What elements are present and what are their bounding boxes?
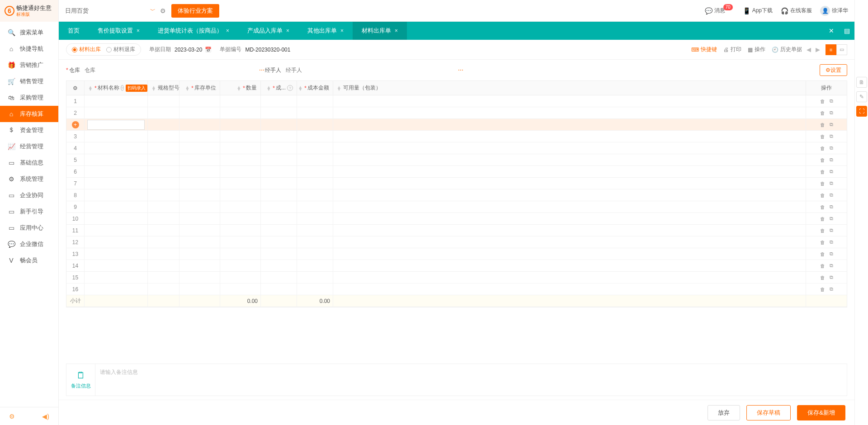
unit-cell[interactable] bbox=[179, 225, 220, 236]
delete-row-icon[interactable]: 🗑 bbox=[820, 169, 825, 175]
tab-2[interactable]: 进货单统计表（按商品）× bbox=[149, 22, 238, 40]
model-cell[interactable] bbox=[148, 260, 179, 271]
unit-cell[interactable] bbox=[179, 95, 220, 107]
close-icon[interactable]: × bbox=[286, 28, 289, 34]
handler-more-icon[interactable]: ⋯ bbox=[458, 67, 464, 73]
doc-date-field[interactable]: 单据日期 2023-03-20 📅 bbox=[149, 46, 212, 53]
copy-row-icon[interactable]: ⧉ bbox=[830, 98, 833, 104]
cost-cell[interactable] bbox=[261, 131, 297, 142]
unit-cell[interactable] bbox=[179, 236, 220, 248]
sidebar-item-4[interactable]: 🛍采购管理 bbox=[0, 90, 58, 106]
copy-row-icon[interactable]: ⧉ bbox=[830, 192, 833, 198]
copy-row-icon[interactable]: ⧉ bbox=[830, 216, 833, 222]
copy-row-icon[interactable]: ⧉ bbox=[830, 286, 833, 292]
view-list-button[interactable]: ≡ bbox=[826, 44, 836, 55]
copy-row-icon[interactable]: ⧉ bbox=[830, 227, 833, 233]
material-cell[interactable] bbox=[85, 248, 148, 260]
material-cell[interactable] bbox=[85, 107, 148, 118]
material-cell[interactable] bbox=[85, 119, 148, 130]
delete-row-icon[interactable]: 🗑 bbox=[820, 275, 825, 280]
help-icon[interactable]: ? bbox=[121, 85, 124, 91]
available-cell[interactable] bbox=[333, 248, 806, 260]
save-draft-button[interactable]: 保存草稿 bbox=[746, 405, 791, 420]
abandon-button[interactable]: 放弃 bbox=[708, 405, 740, 420]
delete-row-icon[interactable]: 🗑 bbox=[820, 251, 825, 257]
header-messages[interactable]: 💬 消息 70 bbox=[705, 7, 735, 14]
cost-cell[interactable] bbox=[261, 201, 297, 212]
material-cell[interactable] bbox=[85, 166, 148, 177]
unit-cell[interactable] bbox=[179, 248, 220, 260]
close-icon[interactable]: × bbox=[137, 28, 140, 34]
cost-cell[interactable] bbox=[261, 248, 297, 260]
dock-link-button[interactable]: ✎ bbox=[856, 91, 867, 102]
tab-more-button[interactable]: ▤ bbox=[839, 22, 854, 40]
available-cell[interactable] bbox=[333, 142, 806, 154]
cost-cell[interactable] bbox=[261, 178, 297, 189]
unit-cell[interactable] bbox=[179, 107, 220, 118]
sidebar-item-14[interactable]: V畅会员 bbox=[0, 252, 58, 269]
unit-cell[interactable] bbox=[179, 189, 220, 201]
cost-cell[interactable] bbox=[261, 95, 297, 107]
save-and-new-button[interactable]: 保存&新增 bbox=[797, 405, 845, 420]
qty-cell[interactable] bbox=[220, 272, 261, 283]
qty-cell[interactable] bbox=[220, 201, 261, 212]
available-cell[interactable] bbox=[333, 189, 806, 201]
qty-cell[interactable] bbox=[220, 225, 261, 236]
shortcut-link[interactable]: ⌨快捷键 bbox=[691, 46, 717, 53]
tab-3[interactable]: 产成品入库单× bbox=[238, 22, 298, 40]
material-cell[interactable] bbox=[85, 236, 148, 248]
amount-cell[interactable] bbox=[297, 283, 333, 295]
category-selector[interactable]: 日用百货 ﹀ bbox=[65, 7, 156, 15]
form-settings-button[interactable]: ⚙ 设置 bbox=[820, 64, 847, 76]
print-link[interactable]: 🖨打印 bbox=[723, 46, 741, 53]
material-cell[interactable] bbox=[85, 189, 148, 201]
cost-cell[interactable] bbox=[261, 225, 297, 236]
close-icon[interactable]: × bbox=[340, 28, 344, 34]
amount-cell[interactable] bbox=[297, 260, 333, 271]
cost-cell[interactable] bbox=[261, 154, 297, 165]
copy-row-icon[interactable]: ⧉ bbox=[830, 145, 833, 151]
sidebar-item-2[interactable]: 🎁营销推广 bbox=[0, 57, 58, 73]
model-cell[interactable] bbox=[148, 201, 179, 212]
close-icon[interactable]: × bbox=[226, 28, 229, 34]
available-cell[interactable] bbox=[333, 95, 806, 107]
amount-cell[interactable] bbox=[297, 95, 333, 107]
available-cell[interactable] bbox=[333, 272, 806, 283]
amount-cell[interactable] bbox=[297, 107, 333, 118]
col-model[interactable]: ▲▼ 规格型号 bbox=[148, 81, 179, 95]
copy-row-icon[interactable]: ⧉ bbox=[830, 169, 833, 175]
cost-cell[interactable] bbox=[261, 107, 297, 118]
cost-cell[interactable] bbox=[261, 119, 297, 130]
prev-doc-button[interactable]: ◀ bbox=[807, 46, 811, 53]
unit-cell[interactable] bbox=[179, 201, 220, 212]
model-cell[interactable] bbox=[148, 131, 179, 142]
amount-cell[interactable] bbox=[297, 178, 333, 189]
sidebar-item-7[interactable]: 📈经营管理 bbox=[0, 138, 58, 155]
delete-row-icon[interactable]: 🗑 bbox=[820, 228, 825, 233]
sidebar-item-8[interactable]: ▭基础信息 bbox=[0, 155, 58, 171]
material-cell[interactable] bbox=[85, 201, 148, 212]
header-service[interactable]: 🎧 在线客服 bbox=[781, 7, 812, 14]
cost-cell[interactable] bbox=[261, 142, 297, 154]
copy-row-icon[interactable]: ⧉ bbox=[830, 133, 833, 139]
material-cell[interactable] bbox=[85, 260, 148, 271]
amount-cell[interactable] bbox=[297, 213, 333, 224]
delete-row-icon[interactable]: 🗑 bbox=[820, 110, 825, 116]
available-cell[interactable] bbox=[333, 154, 806, 165]
qty-cell[interactable] bbox=[220, 142, 261, 154]
qty-cell[interactable] bbox=[220, 189, 261, 201]
unit-cell[interactable] bbox=[179, 178, 220, 189]
amount-cell[interactable] bbox=[297, 166, 333, 177]
tab-0[interactable]: 首页 bbox=[59, 22, 89, 40]
unit-cell[interactable] bbox=[179, 131, 220, 142]
available-cell[interactable] bbox=[333, 213, 806, 224]
view-card-button[interactable]: ▭ bbox=[836, 44, 847, 55]
material-cell[interactable] bbox=[85, 213, 148, 224]
remark-textarea[interactable]: 请输入备注信息 bbox=[95, 364, 847, 396]
available-cell[interactable] bbox=[333, 225, 806, 236]
amount-cell[interactable] bbox=[297, 154, 333, 165]
cost-cell[interactable] bbox=[261, 189, 297, 201]
cost-cell[interactable] bbox=[261, 272, 297, 283]
qty-cell[interactable] bbox=[220, 260, 261, 271]
sidebar-item-6[interactable]: ＄资金管理 bbox=[0, 122, 58, 138]
